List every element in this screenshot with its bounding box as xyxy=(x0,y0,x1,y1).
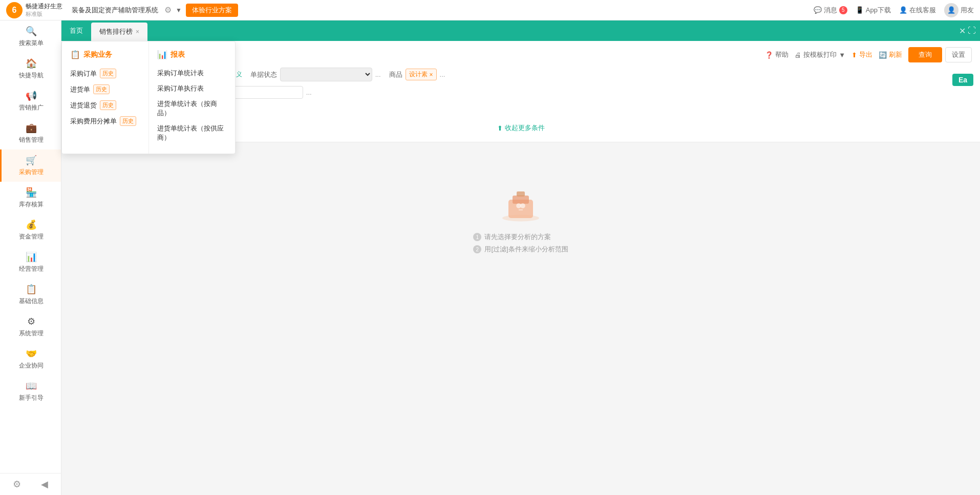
dropdown-menu: 📋 采购业务 采购订单 历史 进货单 历史 进货退货 历史 采购费用分摊单 历史… xyxy=(61,41,236,154)
dropdown-item-goods-return[interactable]: 进货退货 历史 xyxy=(70,97,140,113)
purchase-col-icon: 📋 xyxy=(70,50,80,59)
tip-num-1: 1 xyxy=(473,233,481,241)
product-tag: 设计素 × xyxy=(406,69,437,80)
dropdown-item-report-2[interactable]: 采购订单执行表 xyxy=(157,81,227,96)
logo-text: 畅捷通好生意 标准版 xyxy=(26,3,62,18)
help-icon: ❓ xyxy=(765,51,773,59)
collapse-icon: ⬆ xyxy=(497,124,503,132)
product-label: 商品 xyxy=(389,70,402,79)
marketing-icon: 📢 xyxy=(26,90,37,101)
logo-icon: 6 xyxy=(6,2,23,18)
print-dropdown-icon: ▼ xyxy=(839,51,845,59)
app-download-btn[interactable]: 📱 App下载 xyxy=(856,6,891,15)
dropdown-item-purchase-expense[interactable]: 采购费用分摊单 历史 xyxy=(70,113,140,129)
sidebar-item-marketing[interactable]: 📢 营销推广 xyxy=(0,85,61,117)
doc-status-group: 单据状态 ... xyxy=(250,68,381,81)
sidebar-settings-btn[interactable]: ⚙ xyxy=(13,479,21,490)
inventory-icon: 🏪 xyxy=(26,187,37,198)
dropdown-item-report-1[interactable]: 采购订单统计表 xyxy=(157,66,227,81)
online-service-btn[interactable]: 👤 在线客服 xyxy=(899,6,936,15)
sidebar-item-guide[interactable]: 📖 新手引导 xyxy=(0,375,61,407)
dropdown-item-report-3[interactable]: 进货单统计表（按商品） xyxy=(157,96,227,121)
finance-icon: 💰 xyxy=(26,219,37,230)
tab-home[interactable]: 首页 xyxy=(61,20,91,41)
tab-close-window-btn[interactable]: ✕ xyxy=(959,26,966,36)
sales-icon: 💼 xyxy=(26,122,37,134)
dropdown-item-report-4[interactable]: 进货单统计表（按供应商） xyxy=(157,121,227,145)
sidebar-item-purchase[interactable]: 🛒 采购管理 xyxy=(0,149,61,182)
tab-maximize-btn[interactable]: ⛶ xyxy=(968,26,976,35)
print-template-btn[interactable]: 🖨 按模板打印 ▼ xyxy=(795,50,845,59)
refresh-btn[interactable]: 🔄 刷新 xyxy=(879,50,902,59)
dropdown-col2-title: 📊 报表 xyxy=(157,50,227,59)
report-col-icon: 📊 xyxy=(157,50,167,59)
tab-sales-rank[interactable]: 销售排行榜 × xyxy=(91,23,147,41)
sidebar: 🔍 搜索菜单 🏠 快捷导航 📢 营销推广 💼 销售管理 🛒 采购管理 🏪 库存核… xyxy=(0,20,61,495)
sidebar-item-inventory[interactable]: 🏪 库存核算 xyxy=(0,182,61,214)
operations-icon: 📊 xyxy=(26,251,37,263)
sidebar-item-basic[interactable]: 📋 基础信息 xyxy=(0,278,61,311)
svg-point-4 xyxy=(520,203,525,208)
empty-illustration xyxy=(495,183,546,224)
hist-badge-2[interactable]: 历史 xyxy=(100,100,116,110)
system-title: 装备及固定资产辅助管理系统 ⚙ ▼ xyxy=(72,5,182,15)
help-btn[interactable]: ❓ 帮助 xyxy=(765,50,789,59)
search-icon: 🔍 xyxy=(26,26,37,37)
export-icon: ⬆ xyxy=(851,51,857,59)
tip-num-2: 2 xyxy=(473,245,481,253)
sidebar-item-finance[interactable]: 💰 资金管理 xyxy=(0,214,61,246)
salesperson-dots[interactable]: ... xyxy=(306,89,312,96)
dropdown-item-purchase-order[interactable]: 采购订单 历史 xyxy=(70,66,140,81)
refresh-icon: 🔄 xyxy=(879,51,887,59)
print-icon: 🖨 xyxy=(795,51,801,59)
message-badge: 5 xyxy=(839,6,847,14)
product-tag-close[interactable]: × xyxy=(430,71,433,78)
industry-btn[interactable]: 体验行业方案 xyxy=(186,4,238,17)
header-settings-icon[interactable]: ⚙ xyxy=(164,5,172,15)
doc-status-label: 单据状态 xyxy=(250,70,277,79)
sidebar-item-enterprise[interactable]: 🤝 企业协同 xyxy=(0,343,61,375)
dropdown-item-goods-in[interactable]: 进货单 历史 xyxy=(70,81,140,97)
basic-icon: 📋 xyxy=(26,284,37,295)
sidebar-item-system[interactable]: ⚙ 系统管理 xyxy=(0,311,61,343)
home-icon: 🏠 xyxy=(26,58,37,69)
hist-badge-3[interactable]: 历史 xyxy=(120,116,136,126)
svg-rect-2 xyxy=(513,196,529,204)
settings-btn[interactable]: 设置 xyxy=(945,47,972,62)
system-dropdown-btn[interactable]: ▼ xyxy=(176,7,182,14)
doc-status-select[interactable] xyxy=(280,68,372,81)
export-btn[interactable]: ⬆ 导出 xyxy=(851,50,872,59)
svg-rect-6 xyxy=(517,191,525,197)
sidebar-item-sales[interactable]: 💼 销售管理 xyxy=(0,117,61,149)
tab-bar: 首页 销售排行榜 × ✕ ⛶ xyxy=(61,20,980,41)
dropdown-col-report: 📊 报表 采购订单统计表 采购订单执行表 进货单统计表（按商品） 进货单统计表（… xyxy=(149,41,236,154)
sidebar-collapse-btn[interactable]: ◀ xyxy=(41,479,48,490)
query-btn[interactable]: 查询 xyxy=(908,47,942,62)
header-right: 💬 消息 5 📱 App下载 👤 在线客服 👤 用友 xyxy=(814,3,974,17)
service-icon: 👤 xyxy=(899,6,907,14)
product-dots[interactable]: ... xyxy=(440,71,445,78)
system-icon: ⚙ xyxy=(27,316,35,327)
logo-area: 6 畅捷通好生意 标准版 xyxy=(6,2,68,18)
sidebar-item-nav[interactable]: 🏠 快捷导航 xyxy=(0,53,61,85)
empty-state: 1 请先选择要分析的方案 2 用[过滤]条件来缩小分析范围 xyxy=(61,142,980,295)
sidebar-item-operations[interactable]: 📊 经营管理 xyxy=(0,246,61,278)
product-filter-group: 商品 设计素 × ... xyxy=(389,69,445,80)
empty-tip-1: 1 请先选择要分析的方案 xyxy=(473,232,568,242)
empty-tip-2: 2 用[过滤]条件来缩小分析范围 xyxy=(473,245,568,254)
tab-controls: ✕ ⛶ xyxy=(955,20,980,41)
tab-spacer xyxy=(147,20,955,41)
sidebar-item-search[interactable]: 🔍 搜索菜单 xyxy=(0,20,61,53)
purchase-icon: 🛒 xyxy=(26,155,37,166)
enterprise-icon: 🤝 xyxy=(26,348,37,359)
guide-icon: 📖 xyxy=(26,380,37,392)
doc-status-dots[interactable]: ... xyxy=(375,71,381,78)
top-header: 6 畅捷通好生意 标准版 装备及固定资产辅助管理系统 ⚙ ▼ 体验行业方案 💬 … xyxy=(0,0,980,20)
dropdown-col-purchase: 📋 采购业务 采购订单 历史 进货单 历史 进货退货 历史 采购费用分摊单 历史 xyxy=(62,41,149,154)
user-area[interactable]: 👤 用友 xyxy=(944,3,974,17)
sidebar-footer: ⚙ ◀ xyxy=(0,473,61,495)
hist-badge-1[interactable]: 历史 xyxy=(93,84,110,94)
message-btn[interactable]: 💬 消息 5 xyxy=(814,6,847,15)
tab-close-icon[interactable]: × xyxy=(136,28,139,35)
hist-badge-0[interactable]: 历史 xyxy=(100,69,116,78)
